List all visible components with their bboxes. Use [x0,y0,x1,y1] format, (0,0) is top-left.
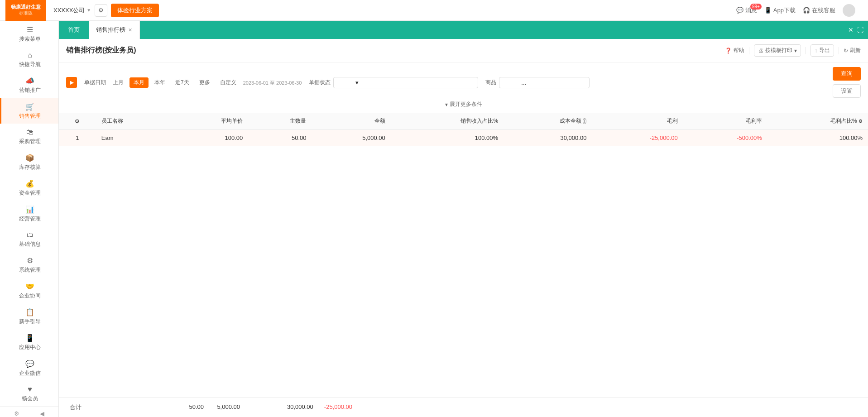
settings-gear-button[interactable]: ⚙ [95,4,107,17]
col-total-amt: 全额 [312,113,390,130]
filter-expand-icon[interactable]: ▶ [66,77,77,88]
marketing-icon: 📣 [25,77,34,85]
enterprise-icon: 🤝 [25,282,34,291]
settings-button[interactable]: 设置 [833,84,861,98]
date-btn-last7[interactable]: 近7天 [171,77,193,88]
app-download-button[interactable]: 📱 App下载 [764,6,796,14]
col-settings-icon: ⚙ [75,118,80,125]
sidebar-item-operation[interactable]: 📊 经营管理 [0,201,58,226]
sidebar-item-guide[interactable]: 📋 新手引导 [0,303,58,329]
settings-bottom-icon[interactable]: ⚙ [14,410,19,417]
date-btn-custom[interactable]: 自定义 [216,77,240,88]
tab-sales-ranking[interactable]: 销售排行榜 ✕ [89,21,140,39]
logo-text: 畅康通好生意 [11,4,41,10]
wechat-icon: 💬 [25,359,34,368]
col-settings[interactable]: ⚙ [59,113,96,130]
table-row: 1Eam100.0050.005,000.00100.00%30,000.00-… [59,130,868,146]
date-btn-more[interactable]: 更多 [195,77,214,88]
basic-icon: 🗂 [26,231,34,239]
table-footer: 合计 50.00 5,000.00 30,000.00 -25,000.00 [59,398,868,417]
date-filter-label: 单据日期 [84,79,106,86]
expand-down-icon: ▾ [445,101,448,108]
tab-bar-right: ✕ ⛶ [844,26,868,34]
date-btn-this-month[interactable]: 本月 [129,77,149,88]
footer-label: 合计 [64,402,137,413]
table-header-row: ⚙ 员工名称 平均单价 主数量 全额 销售收入占比% 成本全额 i 毛利 毛利率… [59,113,868,130]
expand-more-button[interactable]: ▾ 展开更多条件 [66,101,861,108]
sidebar-item-enterprise[interactable]: 🤝 企业协同 [0,278,58,303]
table-cell: -25,000.00 [592,130,683,146]
divider1 [749,47,749,54]
date-btn-this-year[interactable]: 本年 [150,77,169,88]
app-download-label: App下载 [773,6,796,14]
tab-close-all-icon[interactable]: ✕ [848,26,854,34]
table-container: ⚙ 员工名称 平均单价 主数量 全额 销售收入占比% 成本全额 i 毛利 毛利率… [59,113,868,398]
refresh-button[interactable]: ↻ 刷新 [844,47,861,54]
tab-home[interactable]: 首页 [59,21,89,39]
sidebar-item-quicknav[interactable]: ⌂ 快捷导航 [0,47,58,72]
tab-bar: 首页 销售排行榜 ✕ ✕ ⛶ [59,21,868,39]
footer-total-amt: 5,000.00 [209,402,245,413]
export-icon: ↑ [815,48,817,54]
sidebar-item-marketing[interactable]: 📣 营销推广 [0,72,58,98]
table-cell: 100.00 [172,130,248,146]
export-button[interactable]: ↑ 导出 [810,44,834,57]
trial-button[interactable]: 体验行业方案 [111,4,159,17]
export-label: 导出 [819,47,830,54]
status-filter-label: 单据状态 [309,79,331,86]
filter-actions: 查询 设置 [833,67,861,98]
goods-select[interactable]: ... [499,77,590,88]
sidebar-item-basic[interactable]: 🗂 基础信息 [0,226,58,252]
date-filter: 单据日期 上月 本月 本年 近7天 更多 自定义 2023-06-01 至 20… [84,77,302,88]
sidebar-item-purchase[interactable]: 🛍 采购管理 [0,124,58,149]
refresh-label: 刷新 [850,47,861,54]
top-bar-right: 💬 消息 99+ 📱 App下载 🎧 在线客服 [736,4,863,17]
search-menu-icon: ☰ [27,25,33,34]
table-cell: 1 [59,130,96,146]
appcenter-icon: 📱 [25,334,34,342]
template-print-button[interactable]: 🖨 按模板打印 ▾ [754,44,801,57]
footer-avg-price [137,402,173,413]
tab-close-icon[interactable]: ✕ [128,27,132,33]
sidebar-item-finance[interactable]: 💰 资金管理 [0,175,58,201]
refresh-icon: ↻ [844,48,848,54]
sidebar-item-wechat[interactable]: 💬 企业微信 [0,355,58,381]
sidebar-label-basic: 基础信息 [19,240,41,248]
logo: 畅康通好生意 标准版 [5,0,46,21]
online-service-button[interactable]: 🎧 在线客服 [803,6,835,14]
headset-icon: 🎧 [803,7,810,14]
sidebar-item-system[interactable]: ⚙ 系统管理 [0,252,58,278]
sidebar-label-guide: 新手引导 [19,318,41,326]
top-bar: 畅康通好生意 标准版 XXXXX公司 ▼ ⚙ 体验行业方案 💬 消息 99+ 📱… [0,0,868,21]
table-body: 1Eam100.0050.005,000.00100.00%30,000.00-… [59,130,868,146]
company-select[interactable]: XXXXX公司 ▼ [53,6,91,14]
query-button[interactable]: 查询 [833,67,861,81]
sidebar-item-search[interactable]: ☰ 搜索菜单 [0,21,58,47]
collapse-icon[interactable]: ◀ [40,410,44,417]
tab-expand-icon[interactable]: ⛶ [857,26,863,34]
sidebar-item-member[interactable]: ♥ 畅会员 [0,381,58,406]
sidebar-item-sales[interactable]: 🛒 销售管理 [0,98,58,124]
sidebar-item-inventory[interactable]: 📦 库存核算 [0,149,58,175]
sidebar-label-quicknav: 快捷导航 [19,61,41,68]
sidebar: ☰ 搜索菜单 ⌂ 快捷导航 📣 营销推广 🛒 销售管理 🛍 采购管理 📦 库存核… [0,21,59,417]
status-select[interactable]: ▾ [333,77,478,88]
company-name: XXXXX公司 [53,6,85,14]
sidebar-label-operation: 经营管理 [19,215,41,223]
help-label: 帮助 [734,47,744,54]
company-chevron-icon: ▼ [86,8,91,13]
sidebar-label-enterprise: 企业协同 [19,292,41,300]
help-button[interactable]: ❓ 帮助 [725,47,744,54]
finance-icon: 💰 [25,179,34,188]
status-filter: 单据状态 ▾ [309,77,478,88]
sidebar-label-member: 畅会员 [22,395,38,403]
avatar[interactable] [843,4,855,17]
filter-row: ▶ 单据日期 上月 本月 本年 近7天 更多 自定义 2023-06-01 至 … [66,67,861,98]
col-sales-pct: 销售收入占比% [391,113,504,130]
sidebar-bottom: ⚙ ◀ [0,406,58,417]
member-icon: ♥ [28,385,32,393]
date-btn-last-month[interactable]: 上月 [109,77,128,88]
sidebar-item-appcenter[interactable]: 📱 应用中心 [0,329,58,355]
message-icon: 💬 [736,7,743,14]
message-button[interactable]: 💬 消息 99+ [736,6,757,14]
